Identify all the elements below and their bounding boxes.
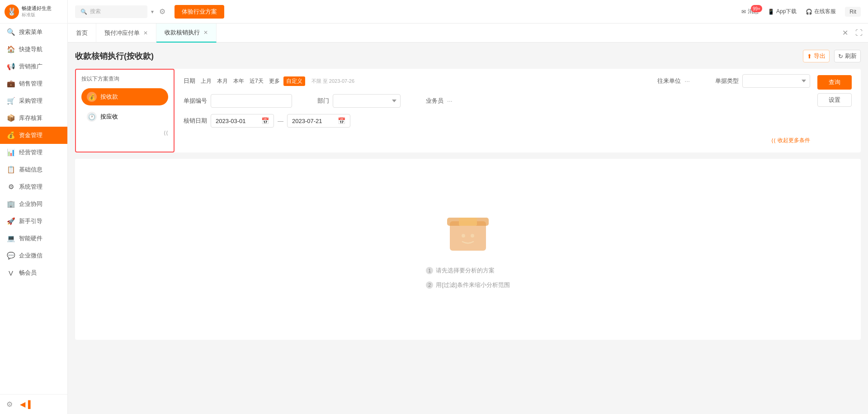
filter-docno-field: 单据编号 (184, 94, 292, 108)
topbar-gear-icon[interactable]: ⚙ (159, 7, 165, 16)
sidebar-item-guide[interactable]: 🚀新手引导 (0, 213, 67, 230)
verify-date-end-input[interactable]: 2023-07-21 📅 (287, 114, 350, 128)
filter-right: 日期 上月 本月 本年 近7天 更多 自定义 (175, 69, 861, 152)
date-tab-7days[interactable]: 近7天 (248, 76, 265, 86)
page-content: 收款核销执行(按收款) ⬆ 导出 ↻ 刷新 按以下方案查询 (68, 43, 868, 414)
filter-partner-dots[interactable]: ··· (684, 77, 690, 85)
date-tab-this-month[interactable]: 本月 (215, 76, 230, 86)
date-tab-last-month[interactable]: 上月 (199, 76, 213, 86)
filter-staff-label: 业务员 (426, 97, 443, 105)
empty-text: 1 请先选择要分析的方案 2 用[过滤]条件来缩小分析范围 (426, 265, 509, 291)
main-content-area: 1 请先选择要分析的方案 2 用[过滤]条件来缩小分析范围 (75, 159, 861, 340)
empty-step-2: 2 用[过滤]条件来缩小分析范围 (426, 279, 509, 291)
basic-label: 基础信息 (19, 166, 42, 174)
topbar-online-service[interactable]: 🎧 在线客服 (806, 8, 836, 15)
date-tab-custom[interactable]: 自定义 (283, 76, 305, 86)
empty-svg-icon (441, 208, 495, 257)
filter-dept-select[interactable] (333, 94, 401, 108)
sidebar-item-device[interactable]: 💻智能硬件 (0, 230, 67, 247)
topbar-dropdown-icon[interactable]: ▾ (151, 9, 154, 15)
app-label: App下载 (776, 8, 797, 15)
corp-icon: 🏢 (6, 200, 15, 208)
empty-step-1: 1 请先选择要分析的方案 (426, 265, 509, 276)
verify-date-start-cal-icon[interactable]: 📅 (261, 117, 269, 124)
wechat-icon: 💬 (6, 252, 15, 260)
topbar-message[interactable]: ✉ 消息 99+ (741, 8, 759, 15)
filter-doctype-field: 单据类型 (715, 74, 810, 88)
tab-receipt[interactable]: 收款核销执行 ✕ (156, 24, 217, 43)
filter-docno-label: 单据编号 (184, 97, 207, 105)
sidebar-item-marketing[interactable]: 📢营销推广 (0, 58, 67, 75)
topbar-user[interactable]: Rit (845, 7, 861, 17)
tab-receipt-close[interactable]: ✕ (203, 29, 208, 36)
filter-staff-dots[interactable]: ··· (447, 97, 453, 105)
filter-row-3: 核销日期 2023-03-01 📅 — 2023-07-21 (184, 114, 810, 128)
sidebar-item-system[interactable]: ⚙系统管理 (0, 178, 67, 195)
export-button[interactable]: ⬆ 导出 (803, 50, 830, 62)
finance-label: 资金管理 (19, 131, 42, 139)
filter-option-by-receivable[interactable]: 🕐 按应收 (81, 108, 168, 125)
filter-dept-field: 部门 (317, 94, 401, 108)
wechat-label: 企业微信 (19, 252, 42, 260)
sidebar-nav: 🔍搜索菜单🏠快捷导航📢营销推广💼销售管理🛒采购管理📦库存核算💰资金管理📊经营管理… (0, 24, 67, 394)
filter-option-by-receipt[interactable]: 💰 按收款 (81, 88, 168, 105)
tab-home-label: 首页 (76, 29, 88, 37)
filter-panel-title: 按以下方案查询 (81, 75, 168, 83)
purchase-icon: 🛒 (6, 97, 15, 105)
date-tab-this-year[interactable]: 本年 (231, 76, 246, 86)
collapse-more-btn[interactable]: ⟨⟨ 收起更多条件 (184, 134, 810, 147)
sidebar-item-biz[interactable]: 📊经营管理 (0, 144, 67, 161)
tabs-controls: ✕ ⛶ (840, 27, 868, 39)
verify-date-start-input[interactable]: 2023-03-01 📅 (211, 114, 274, 128)
vip-icon: V (6, 269, 15, 277)
guide-label: 新手引导 (19, 217, 42, 225)
sidebar-item-wechat[interactable]: 💬企业微信 (0, 247, 67, 264)
export-icon: ⬆ (807, 53, 812, 60)
sidebar-item-quick[interactable]: 🏠快捷导航 (0, 41, 67, 58)
filter-doctype-select[interactable] (742, 74, 810, 88)
sidebar-item-vip[interactable]: V畅会员 (0, 264, 67, 281)
system-icon: ⚙ (6, 183, 15, 191)
sidebar-gear-icon[interactable]: ⚙ (6, 400, 13, 409)
sales-icon: 💼 (6, 80, 15, 88)
marketing-icon: 📢 (6, 62, 15, 71)
svg-point-4 (471, 234, 474, 238)
sidebar-item-basic[interactable]: 📋基础信息 (0, 161, 67, 178)
sidebar-item-finance[interactable]: 💰资金管理 (0, 127, 67, 144)
verify-date-end-cal-icon[interactable]: 📅 (338, 117, 345, 124)
tabs-expand-icon[interactable]: ⛶ (854, 27, 864, 39)
tab-prepay-close[interactable]: ✕ (143, 30, 148, 36)
sidebar-item-purchase[interactable]: 🛒采购管理 (0, 92, 67, 109)
quick-label: 快捷导航 (19, 45, 42, 53)
settings-button[interactable]: 设置 (817, 93, 852, 107)
date-tab-more[interactable]: 更多 (267, 76, 282, 86)
filter-collapse-btn[interactable]: ⟨⟨ (81, 128, 168, 138)
sidebar-collapse-icon[interactable]: ◀▐ (20, 400, 30, 409)
tabs-close-all-icon[interactable]: ✕ (840, 27, 850, 39)
sidebar-item-sales[interactable]: 💼销售管理 (0, 75, 67, 92)
date-sep: — (278, 118, 283, 124)
query-button[interactable]: 查询 (817, 75, 852, 90)
sidebar-item-search[interactable]: 🔍搜索菜单 (0, 24, 67, 41)
verify-date-start-text: 2023-03-01 (216, 118, 246, 124)
sidebar-item-inventory[interactable]: 📦库存核算 (0, 109, 67, 127)
service-label: 在线客服 (814, 8, 836, 15)
refresh-button[interactable]: ↻ 刷新 (834, 50, 861, 62)
inventory-icon: 📦 (6, 114, 15, 122)
filter-panel: 按以下方案查询 💰 按收款 🕐 按应收 ⟨⟨ (75, 69, 861, 152)
filter-docno-input[interactable] (211, 94, 292, 108)
title-actions: ⬆ 导出 ↻ 刷新 (803, 50, 861, 62)
tab-home[interactable]: 首页 (68, 24, 96, 43)
solution-button[interactable]: 体验行业方案 (175, 5, 224, 19)
page-container: 收款核销执行(按收款) ⬆ 导出 ↻ 刷新 按以下方案查询 (68, 43, 868, 347)
vip-label: 畅会员 (19, 269, 37, 277)
tab-prepay[interactable]: 预付冲应付单 ✕ (96, 24, 156, 43)
filter-dept-label: 部门 (317, 97, 329, 105)
by-receivable-icon: 🕐 (87, 112, 97, 122)
topbar-search-box[interactable]: 🔍 搜索 (75, 5, 147, 18)
quick-icon: 🏠 (6, 45, 15, 53)
sidebar-item-corp[interactable]: 🏢企业协同 (0, 195, 67, 213)
collapse-icon: ⟨⟨ (164, 130, 168, 136)
search-icon: 🔍 (80, 9, 87, 15)
topbar-app-download[interactable]: 📱 App下载 (768, 8, 797, 15)
